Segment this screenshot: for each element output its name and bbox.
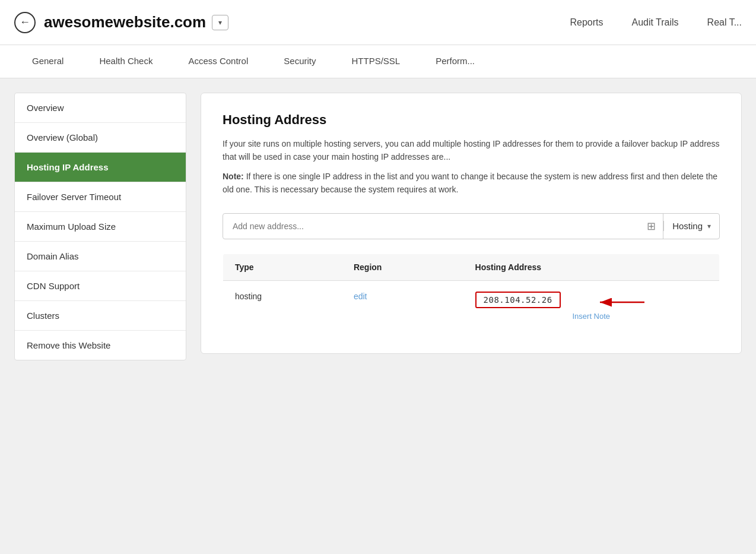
chevron-down-icon: ▾: [218, 18, 222, 27]
sub-nav-security[interactable]: Security: [266, 45, 333, 78]
sub-nav-general[interactable]: General: [14, 45, 81, 78]
sub-nav: General Health Check Access Control Secu…: [0, 45, 756, 78]
col-type: Type: [223, 254, 342, 280]
sidebar: Overview Overview (Global) Hosting IP Ad…: [14, 93, 186, 540]
insert-note-link[interactable]: Insert Note: [475, 312, 707, 321]
col-region: Region: [342, 254, 463, 280]
sidebar-item-failover-server-timeout[interactable]: Failover Server Timeout: [15, 182, 186, 212]
table-body: hosting edit 208.104.52.26: [223, 280, 720, 331]
card-note: Note: If there is one single IP address …: [223, 170, 720, 197]
nav-item-real-time[interactable]: Real T...: [707, 17, 742, 28]
type-select-wrapper[interactable]: Hosting ▾: [663, 221, 719, 231]
sidebar-item-hosting-ip-address[interactable]: Hosting IP Address: [15, 153, 186, 182]
back-button[interactable]: ←: [14, 12, 36, 33]
sidebar-item-remove-website[interactable]: Remove this Website: [15, 331, 186, 360]
paste-icon[interactable]: ⊞: [640, 214, 663, 239]
col-hosting-address: Hosting Address: [463, 254, 720, 280]
note-text: If there is one single IP address in the…: [223, 172, 717, 194]
cell-region: edit: [342, 280, 463, 331]
site-title: awesomewebsite.com: [44, 13, 206, 31]
main-layout: Overview Overview (Global) Hosting IP Ad…: [0, 78, 756, 554]
content-area: Hosting Address If your site runs on mul…: [201, 93, 742, 540]
sub-nav-health-check[interactable]: Health Check: [81, 45, 170, 78]
hosting-table: Type Region Hosting Address hosting edit…: [223, 254, 720, 332]
sub-nav-perform[interactable]: Perform...: [418, 45, 493, 78]
card-title: Hosting Address: [223, 112, 720, 128]
sidebar-item-overview[interactable]: Overview: [15, 93, 186, 123]
note-prefix: Note:: [223, 172, 244, 181]
top-nav: Reports Audit Trails Real T...: [570, 17, 742, 28]
sidebar-item-clusters[interactable]: Clusters: [15, 301, 186, 331]
address-input[interactable]: [223, 214, 640, 238]
sidebar-item-domain-alias[interactable]: Domain Alias: [15, 242, 186, 271]
cell-type: hosting: [223, 280, 342, 331]
sidebar-item-overview-global[interactable]: Overview (Global): [15, 123, 186, 153]
sidebar-item-cdn-support[interactable]: CDN Support: [15, 271, 186, 301]
arrow-annotation: [594, 293, 647, 311]
sidebar-menu: Overview Overview (Global) Hosting IP Ad…: [14, 93, 186, 360]
table-row: hosting edit 208.104.52.26: [223, 280, 720, 331]
sub-nav-access-control[interactable]: Access Control: [170, 45, 266, 78]
content-card: Hosting Address If your site runs on mul…: [201, 93, 742, 354]
top-header: ← awesomewebsite.com ▾ Reports Audit Tra…: [0, 0, 756, 45]
table-header: Type Region Hosting Address: [223, 254, 720, 280]
edit-link[interactable]: edit: [354, 292, 367, 301]
ip-address: 208.104.52.26: [475, 292, 561, 308]
sub-nav-https-ssl[interactable]: HTTPS/SSL: [333, 45, 418, 78]
address-input-row: ⊞ Hosting ▾: [223, 213, 720, 239]
back-icon: ←: [20, 16, 30, 29]
card-description: If your site runs on multiple hosting se…: [223, 137, 720, 164]
cell-ip: 208.104.52.26 Insert Note: [463, 280, 720, 331]
type-select-label: Hosting: [672, 221, 703, 231]
site-dropdown-button[interactable]: ▾: [212, 15, 228, 30]
nav-item-audit-trails[interactable]: Audit Trails: [631, 17, 678, 28]
nav-item-reports[interactable]: Reports: [570, 17, 603, 28]
type-select-chevron: ▾: [707, 222, 711, 230]
sidebar-item-maximum-upload-size[interactable]: Maximum Upload Size: [15, 212, 186, 242]
